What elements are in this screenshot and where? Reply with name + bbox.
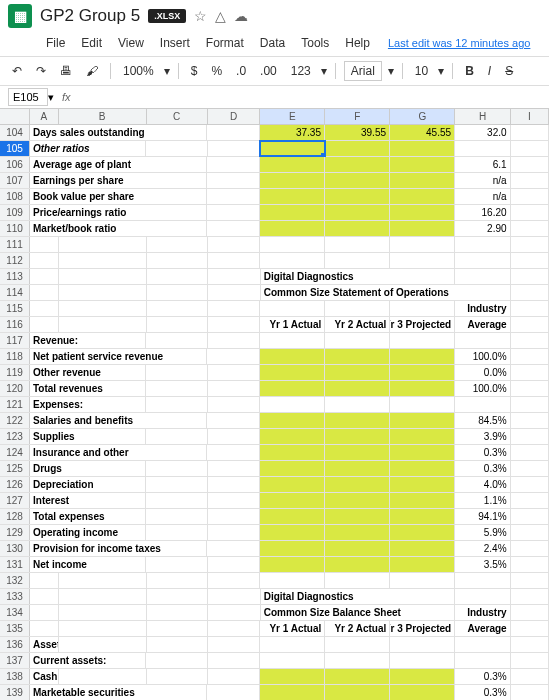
cell-I119[interactable] bbox=[511, 365, 549, 380]
cell-G126[interactable] bbox=[390, 477, 455, 492]
cloud-icon[interactable]: ☁ bbox=[234, 8, 248, 24]
cell-I104[interactable] bbox=[511, 125, 549, 140]
cell-E122[interactable] bbox=[260, 413, 325, 428]
cell-C136[interactable] bbox=[147, 637, 208, 652]
cell-C116[interactable] bbox=[147, 317, 208, 332]
col-header-A[interactable]: A bbox=[30, 109, 59, 124]
cell-I107[interactable] bbox=[511, 173, 549, 188]
cell-C132[interactable] bbox=[147, 573, 208, 588]
cell-I121[interactable] bbox=[511, 397, 549, 412]
cell-F128[interactable] bbox=[325, 509, 390, 524]
cell-H121[interactable] bbox=[455, 397, 510, 412]
cell-A130[interactable]: Provision for income taxes bbox=[30, 541, 207, 556]
row-header-124[interactable]: 124 bbox=[0, 445, 30, 460]
cell-G105[interactable] bbox=[390, 141, 455, 156]
cell-F115[interactable] bbox=[325, 301, 390, 316]
cell-F125[interactable] bbox=[325, 461, 390, 476]
cell-D134[interactable] bbox=[208, 605, 261, 620]
cell-F136[interactable] bbox=[325, 637, 390, 652]
cell-H139[interactable]: 0.3% bbox=[455, 685, 511, 700]
row-header-128[interactable]: 128 bbox=[0, 509, 30, 524]
cell-E121[interactable] bbox=[260, 397, 325, 412]
cell-F129[interactable] bbox=[325, 525, 390, 540]
cell-D120[interactable] bbox=[208, 381, 261, 396]
cell-I114[interactable] bbox=[511, 285, 549, 300]
cell-F126[interactable] bbox=[325, 477, 390, 492]
cell-H109[interactable]: 16.20 bbox=[455, 205, 511, 220]
cell-D138[interactable] bbox=[208, 669, 261, 684]
cell-F106[interactable] bbox=[325, 157, 390, 172]
cell-E131[interactable] bbox=[260, 557, 325, 572]
decrease-decimal[interactable]: .0 bbox=[232, 62, 250, 80]
cell-C115[interactable] bbox=[147, 301, 208, 316]
cell-I135[interactable] bbox=[511, 621, 549, 636]
cell-I122[interactable] bbox=[511, 413, 549, 428]
cell-F137[interactable] bbox=[325, 653, 390, 668]
cell-G127[interactable] bbox=[390, 493, 455, 508]
cell-H131[interactable]: 3.5% bbox=[455, 557, 510, 572]
cell-H116[interactable]: Average bbox=[455, 317, 510, 332]
cell-H124[interactable]: 0.3% bbox=[455, 445, 511, 460]
cell-D112[interactable] bbox=[208, 253, 261, 268]
cell-C134[interactable] bbox=[147, 605, 208, 620]
row-header-104[interactable]: 104 bbox=[0, 125, 30, 140]
cell-D121[interactable] bbox=[208, 397, 261, 412]
col-header-F[interactable]: F bbox=[325, 109, 390, 124]
cell-E115[interactable] bbox=[260, 301, 325, 316]
cell-D122[interactable] bbox=[207, 413, 260, 428]
cell-I138[interactable] bbox=[511, 669, 549, 684]
cell-G138[interactable] bbox=[390, 669, 455, 684]
row-header-114[interactable]: 114 bbox=[0, 285, 30, 300]
cell-C105[interactable] bbox=[146, 141, 207, 156]
cell-C133[interactable] bbox=[147, 589, 208, 604]
cell-A116[interactable] bbox=[30, 317, 59, 332]
cell-E137[interactable] bbox=[260, 653, 325, 668]
cell-G116[interactable]: Yr 3 Projected bbox=[390, 317, 455, 332]
cell-B116[interactable] bbox=[59, 317, 147, 332]
cell-H138[interactable]: 0.3% bbox=[455, 669, 510, 684]
cell-G132[interactable] bbox=[390, 573, 455, 588]
format-currency[interactable]: $ bbox=[187, 62, 202, 80]
cell-E106[interactable] bbox=[260, 157, 325, 172]
cell-A119[interactable]: Other revenue bbox=[30, 365, 146, 380]
cell-D113[interactable] bbox=[208, 269, 261, 284]
cell-D131[interactable] bbox=[208, 557, 261, 572]
cell-A113[interactable] bbox=[30, 269, 59, 284]
cell-H126[interactable]: 4.0% bbox=[455, 477, 510, 492]
redo-icon[interactable]: ↷ bbox=[32, 62, 50, 80]
cell-B132[interactable] bbox=[59, 573, 147, 588]
menu-view[interactable]: View bbox=[112, 34, 150, 52]
cell-C137[interactable] bbox=[146, 653, 207, 668]
row-header-113[interactable]: 113 bbox=[0, 269, 30, 284]
cell-D106[interactable] bbox=[207, 157, 260, 172]
cell-F117[interactable] bbox=[325, 333, 390, 348]
cell-B138[interactable] bbox=[59, 669, 147, 684]
row-header-106[interactable]: 106 bbox=[0, 157, 30, 172]
cell-D139[interactable] bbox=[207, 685, 260, 700]
cell-E120[interactable] bbox=[260, 381, 325, 396]
font-select[interactable]: Arial bbox=[344, 61, 382, 81]
cell-I137[interactable] bbox=[511, 653, 549, 668]
cell-B111[interactable] bbox=[59, 237, 147, 252]
cell-A134[interactable] bbox=[30, 605, 59, 620]
cell-H111[interactable] bbox=[455, 237, 510, 252]
cell-I134[interactable] bbox=[511, 605, 549, 620]
cell-A131[interactable]: Net income bbox=[30, 557, 146, 572]
doc-title[interactable]: GP2 Group 5 bbox=[40, 6, 140, 26]
cell-D130[interactable] bbox=[207, 541, 260, 556]
cell-H107[interactable]: n/a bbox=[455, 173, 511, 188]
cell-G117[interactable] bbox=[390, 333, 455, 348]
cell-I116[interactable] bbox=[511, 317, 549, 332]
cell-E116[interactable]: Yr 1 Actual bbox=[260, 317, 325, 332]
cell-I125[interactable] bbox=[511, 461, 549, 476]
italic-button[interactable]: I bbox=[484, 62, 495, 80]
cell-H135[interactable]: Average bbox=[455, 621, 510, 636]
cell-G128[interactable] bbox=[390, 509, 455, 524]
cell-A139[interactable]: Marketable securities bbox=[30, 685, 207, 700]
cell-E123[interactable] bbox=[260, 429, 325, 444]
cell-H136[interactable] bbox=[455, 637, 510, 652]
cell-D104[interactable] bbox=[207, 125, 260, 140]
cell-I129[interactable] bbox=[511, 525, 549, 540]
row-header-120[interactable]: 120 bbox=[0, 381, 30, 396]
cell-C131[interactable] bbox=[146, 557, 207, 572]
